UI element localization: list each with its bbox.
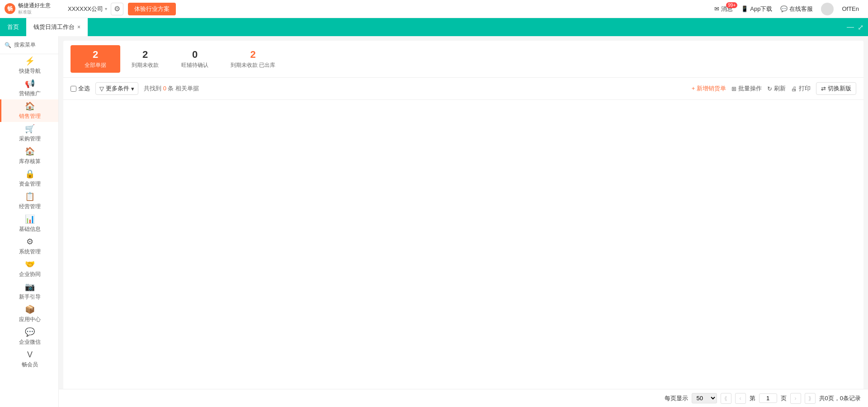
switch-icon: ⇄ [821,85,826,92]
tab-bar-right: — ⤢ [847,23,868,32]
tab-close-icon[interactable]: × [77,24,80,30]
filter-button[interactable]: ▽ 更多条件 ▾ [95,82,138,95]
tab-minimize-icon[interactable]: — [847,23,854,31]
sidebar-item-marketing[interactable]: 📢 营销推广 [0,77,58,99]
sales-icon: 🏠 [25,101,35,111]
username[interactable]: OfTEn [842,5,859,12]
messages-badge: 99+ [726,2,737,8]
sidebar: 🔍 搜索菜单 ⚡ 快捷导航 📢 营销推广 🏠 销售管理 🛒 采购管理 🏠 库存核… [0,36,59,407]
add-order-button[interactable]: + 新增销货单 [690,84,726,93]
messages-btn[interactable]: ✉ 消息 99+ [714,5,733,13]
sidebar-item-purchase[interactable]: 🛒 采购管理 [0,122,58,145]
vip-label: 畅会员 [22,361,38,369]
service-icon: 💬 [780,5,788,12]
purchase-icon: 🛒 [25,124,35,134]
per-page-select[interactable]: 50 100 200 [692,393,717,403]
online-service-btn[interactable]: 💬 在线客服 [780,5,813,13]
online-service-label: 在线客服 [789,5,813,13]
sidebar-item-quick-nav[interactable]: ⚡ 快捷导航 [0,54,58,77]
refresh-label: 刷新 [774,84,786,93]
main-layout: 🔍 搜索菜单 ⚡ 快捷导航 📢 营销推广 🏠 销售管理 🛒 采购管理 🏠 库存核… [0,36,868,407]
result-count: 0 [163,85,166,92]
logo-icon: 畅 [5,3,15,14]
sidebar-item-vip[interactable]: V 畅会员 [0,348,58,370]
select-all-checkbox[interactable] [71,86,76,92]
table-area [63,100,863,281]
company-selector[interactable]: XXXXXX公司 ▾ [68,5,107,13]
stat-tab-shipped[interactable]: 2 到期未收款 已出库 [220,45,286,73]
logo-sub: 标准版 [18,9,51,15]
print-label: 打印 [799,84,811,93]
trial-button[interactable]: 体验行业方案 [128,3,176,15]
app-download-icon: 📱 [741,5,748,12]
sales-label: 销售管理 [19,112,41,120]
app-center-label: 应用中心 [19,316,41,323]
page-input[interactable] [759,393,777,403]
sidebar-item-base-info[interactable]: 📊 基础信息 [0,212,58,235]
sidebar-item-finance[interactable]: 🔒 资金管理 [0,167,58,190]
guide-label: 新手引导 [19,293,41,301]
tab-maximize-icon[interactable]: ⤢ [858,23,863,32]
inventory-icon: 🏠 [25,146,35,156]
batch-button[interactable]: ⊞ 批量操作 [731,84,762,93]
filter-arrow-icon: ▾ [131,85,134,92]
stat-tab-pending[interactable]: 0 旺辅待确认 [170,45,220,73]
tab-home-label: 首页 [7,23,19,31]
app-download-btn[interactable]: 📱 App下载 [741,5,772,13]
search-menu-btn[interactable]: 🔍 搜索菜单 [0,36,58,54]
refresh-button[interactable]: ↻ 刷新 [767,84,786,93]
stat-all-num: 2 [81,49,109,61]
enterprise-label: 企业协同 [19,271,41,278]
page-next-btn[interactable]: › [790,393,801,404]
quick-nav-label: 快捷导航 [19,67,41,75]
switch-version-button[interactable]: ⇄ 切换新版 [816,82,856,95]
content-area: 2 全部单据 2 到期未收款 0 旺辅待确认 2 到期未收款 已出库 [59,36,868,407]
table-empty [63,100,863,281]
stat-tab-overdue[interactable]: 2 到期未收款 [120,45,170,73]
logo-text-block: 畅捷通好生意 标准版 [18,2,51,15]
app-download-label: App下载 [750,5,772,13]
page-prev-btn[interactable]: ‹ [735,393,746,404]
header: 畅 畅捷通好生意 标准版 XXXXXX公司 ▾ ⚙ 体验行业方案 ✉ 消息 99… [0,0,868,18]
sidebar-item-wechat[interactable]: 💬 企业微信 [0,325,58,348]
page-suffix: 页 [781,394,787,402]
avatar[interactable] [821,3,834,15]
stat-tab-all[interactable]: 2 全部单据 [71,45,120,73]
page-first-btn[interactable]: ⟪ [721,393,731,404]
sidebar-item-guide[interactable]: 📷 新手引导 [0,280,58,303]
tab-home[interactable]: 首页 [0,18,26,36]
settings-button[interactable]: ⚙ [111,3,123,15]
sidebar-item-system[interactable]: ⚙ 系统管理 [0,235,58,257]
total-label: 共0页，0条记录 [819,394,861,402]
result-text: 共找到 0 条 相关单据 [144,84,199,93]
stat-shipped-label: 到期未收款 已出库 [231,61,275,69]
batch-icon: ⊞ [731,85,736,92]
marketing-icon: 📢 [25,79,35,89]
tab-active[interactable]: 钱货日清工作台 × [26,18,88,36]
page-last-btn[interactable]: ⟫ [805,393,816,404]
sidebar-item-app-center[interactable]: 📦 应用中心 [0,303,58,325]
stat-overdue-label: 到期未收款 [131,61,159,69]
operations-icon: 📋 [25,192,35,201]
system-icon: ⚙ [26,237,33,247]
select-all-label[interactable]: 全选 [71,84,90,93]
filter-label: 更多条件 [106,84,129,93]
result-prefix: 共找到 [144,85,161,92]
filter-icon: ▽ [99,85,104,92]
quick-nav-icon: ⚡ [25,56,35,66]
base-info-icon: 📊 [25,214,35,224]
page-label: 第 [750,394,755,402]
inventory-label: 库存核算 [19,158,41,165]
print-icon: 🖨 [791,85,797,92]
search-menu-label: 搜索菜单 [14,41,36,49]
per-page-label: 每页显示 [665,394,688,402]
enterprise-icon: 🤝 [25,259,35,269]
print-button[interactable]: 🖨 打印 [791,84,811,93]
switch-label: 切换新版 [828,84,851,93]
username-label: OfTEn [842,5,859,12]
pagination: 每页显示 50 100 200 ⟪ ‹ 第 页 › ⟫ 共0页，0条记录 [59,389,868,407]
sidebar-item-sales[interactable]: 🏠 销售管理 [0,99,58,122]
sidebar-item-operations[interactable]: 📋 经营管理 [0,190,58,212]
sidebar-item-enterprise[interactable]: 🤝 企业协同 [0,257,58,280]
sidebar-item-inventory[interactable]: 🏠 库存核算 [0,145,58,167]
